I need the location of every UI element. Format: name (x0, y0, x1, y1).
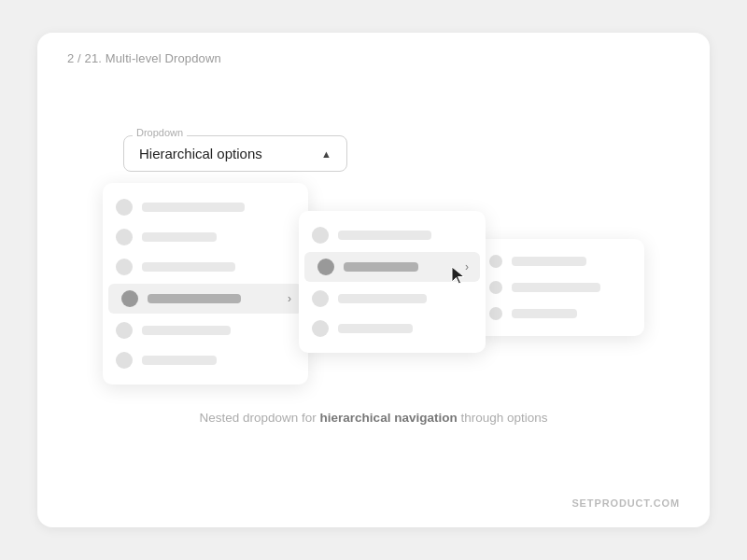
row-icon (116, 352, 133, 369)
description-bold: hierarchical navigation (320, 411, 458, 425)
card: 2 / 21. Multi-level Dropdown Dropdown Hi… (37, 33, 710, 527)
row-icon (312, 227, 329, 244)
row-icon (312, 290, 329, 307)
menu-row[interactable] (103, 222, 308, 252)
row-icon-active (121, 290, 138, 307)
menu-row[interactable] (103, 252, 308, 282)
row-icon (312, 320, 329, 337)
row-label-bar (338, 294, 427, 303)
menu-row[interactable] (476, 248, 644, 274)
row-icon-active (317, 259, 334, 275)
description-suffix: through options (458, 411, 548, 425)
dropdown-panel-3 (476, 239, 644, 336)
page-label: 2 / 21. Multi-level Dropdown (67, 51, 221, 65)
row-label-bar (512, 283, 600, 292)
dropdown-panel-1: › (103, 183, 308, 385)
row-icon (489, 255, 502, 268)
dropdown-trigger[interactable]: Hierarchical options ▲ (123, 135, 347, 172)
brand-label: SETPRODUCT.COM (571, 497, 680, 509)
row-icon (116, 259, 133, 275)
menu-row[interactable] (299, 220, 486, 250)
row-icon (489, 307, 502, 320)
menu-row-active[interactable]: › (108, 284, 303, 314)
row-label-bar (512, 257, 586, 266)
row-label-bar-active (344, 262, 418, 272)
dropdown-arrow-icon: ▲ (321, 148, 331, 160)
row-label-bar (338, 231, 431, 240)
menu-row[interactable] (299, 284, 486, 314)
row-label-bar (512, 309, 577, 318)
row-icon (489, 281, 502, 294)
row-icon (116, 199, 133, 216)
menu-row-active[interactable]: › (304, 252, 480, 282)
row-icon (116, 322, 133, 339)
menus-container: › › (103, 183, 644, 385)
dropdown-panel-2: › (299, 211, 486, 353)
menu-row[interactable] (299, 314, 486, 343)
row-label-bar (142, 356, 217, 365)
row-label-bar (338, 324, 413, 333)
row-label-bar (142, 203, 245, 212)
content-area: Dropdown Hierarchical options ▲ (67, 55, 680, 505)
row-icon (116, 229, 133, 245)
menu-row[interactable] (103, 192, 308, 222)
row-label-bar (142, 326, 231, 335)
description-prefix: Nested dropdown for (200, 411, 320, 425)
menu-row[interactable] (103, 345, 308, 375)
menu-row[interactable] (103, 315, 308, 345)
menu-row[interactable] (476, 301, 644, 327)
row-label-bar (142, 232, 217, 242)
dropdown-float-label: Dropdown (133, 127, 187, 138)
chevron-right-icon: › (288, 292, 291, 305)
description: Nested dropdown for hierarchical navigat… (200, 411, 548, 425)
dropdown-selected-value: Hierarchical options (139, 146, 262, 161)
dropdown-wrapper: Dropdown Hierarchical options ▲ (123, 135, 347, 172)
row-label-bar (142, 262, 235, 272)
menu-row[interactable] (476, 274, 644, 301)
row-label-bar-active (148, 294, 241, 303)
